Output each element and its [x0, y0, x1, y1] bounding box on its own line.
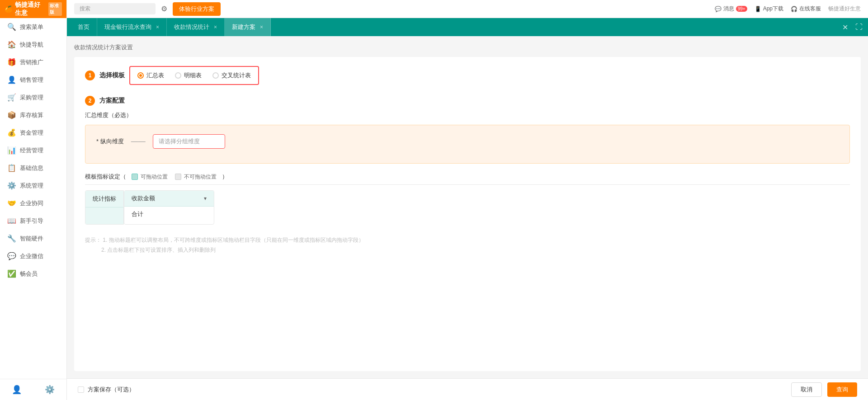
header-left: 搜索 ⚙ 体验行业方案	[67, 2, 221, 16]
metrics-title-text: 模板指标设定（	[85, 173, 126, 181]
sidebar-item-label: 企业微信	[20, 252, 43, 260]
radio-summary[interactable]: 汇总表	[137, 71, 164, 80]
logo-icon: 🍊	[5, 5, 12, 13]
sidebar-bottom-settings[interactable]: ⚙️	[41, 383, 58, 396]
legend-draggable-dot	[132, 174, 138, 180]
messages-item[interactable]: 💬 消息 99+	[715, 5, 747, 13]
username-label: 畅捷通好生意	[828, 5, 861, 13]
header-gear-icon[interactable]: ⚙	[159, 3, 169, 15]
tab-new-scheme-close[interactable]: ×	[260, 24, 263, 30]
radio-summary-label: 汇总表	[146, 71, 164, 80]
message-icon: 💬	[715, 6, 722, 12]
category-column-header: 统计指标	[85, 191, 123, 207]
query-button[interactable]: 查询	[827, 382, 857, 397]
metrics-grid-header[interactable]: 收款金额 ▾	[124, 191, 214, 207]
search-icon: 🔍	[7, 23, 16, 31]
step2-number: 2	[85, 96, 95, 106]
tabs-actions: ✕ ⛶	[840, 21, 864, 33]
tab-cash-bank-close[interactable]: ×	[156, 24, 159, 30]
sidebar-item-sales[interactable]: 👤 销售管理	[0, 71, 66, 89]
logo-badge: 标准版	[48, 2, 62, 16]
step2-section: 2 方案配置 汇总维度（必选） * 纵向维度 —— 请选择分组维度	[85, 96, 850, 255]
category-label: 统计指标	[93, 195, 116, 203]
messages-label: 消息	[723, 5, 734, 13]
tip-1: 提示： 1. 拖动标题栏可以调整布局，不可跨维度或指标区域拖动栏目字段（只能在同…	[85, 235, 850, 245]
vertical-dim-input[interactable]: 请选择分组维度	[153, 134, 225, 149]
trial-btn[interactable]: 体验行业方案	[173, 2, 221, 16]
scheme-config: 汇总维度（必选） * 纵向维度 —— 请选择分组维度 模板指标设定（	[85, 111, 850, 255]
sidebar-menu: 🔍 搜索菜单 🏠 快捷导航 🎁 营销推广 👤 销售管理 🛒 采购管理 📦 库存核…	[0, 18, 66, 379]
sidebar-item-label: 新手引导	[20, 217, 43, 225]
sidebar-item-operation[interactable]: 📊 经营管理	[0, 141, 66, 159]
step1-number: 1	[85, 71, 95, 80]
category-column: 统计指标	[85, 190, 124, 225]
gear-icon: ⚙️	[7, 181, 16, 190]
step2-header: 2 方案配置	[85, 96, 850, 106]
sidebar-item-label: 库存核算	[20, 111, 43, 119]
tab-home[interactable]: 首页	[71, 18, 97, 36]
radio-cross[interactable]: 交叉统计表	[212, 71, 251, 80]
list-icon: 📋	[7, 164, 16, 172]
tab-collection-stats[interactable]: 收款情况统计 ×	[167, 18, 225, 36]
tab-collection-stats-label: 收款情况统计	[174, 23, 209, 31]
sidebar-item-enterprise[interactable]: 🤝 企业协同	[0, 194, 66, 212]
metrics-col-header: 收款金额	[132, 194, 155, 202]
sidebar-item-label: 畅会员	[20, 270, 38, 278]
tab-new-scheme[interactable]: 新建方案 ×	[225, 18, 271, 36]
header-right: 💬 消息 99+ 📱 App下载 🎧 在线客服 畅捷通好生意	[715, 5, 861, 13]
cancel-button[interactable]: 取消	[791, 382, 822, 397]
sidebar-item-system[interactable]: ⚙️ 系统管理	[0, 177, 66, 194]
sidebar-bottom-user[interactable]: 👤	[8, 383, 25, 396]
sidebar-item-label: 快捷导航	[20, 41, 43, 49]
notification-badge: 99+	[736, 6, 747, 12]
sidebar-item-finance[interactable]: 💰 资金管理	[0, 124, 66, 141]
sidebar-item-purchase[interactable]: 🛒 采购管理	[0, 89, 66, 106]
tool-icon: 🔧	[7, 234, 16, 243]
sidebar-item-label: 采购管理	[20, 94, 43, 102]
tabs-minimize-icon[interactable]: ✕	[840, 21, 850, 33]
settings-bottom-icon: ⚙️	[45, 385, 55, 395]
header-search-box: 搜索	[74, 3, 156, 14]
radio-detail-circle	[175, 72, 181, 79]
sidebar-bottom: 👤 ⚙️	[0, 379, 66, 400]
app-download-label: App下载	[763, 5, 783, 13]
user-bottom-icon: 👤	[12, 385, 22, 395]
legend-fixed-dot	[175, 174, 181, 180]
sidebar-item-wechat[interactable]: 💬 企业微信	[0, 247, 66, 265]
sidebar-item-smart-hw[interactable]: 🔧 智能硬件	[0, 230, 66, 247]
cart-icon: 🛒	[7, 93, 16, 102]
sidebar-item-label: 经营管理	[20, 146, 43, 155]
radio-detail[interactable]: 明细表	[175, 71, 202, 80]
chat-icon: 💬	[7, 252, 16, 260]
tab-collection-stats-close[interactable]: ×	[214, 24, 217, 30]
dimension-grid: * 纵向维度 —— 请选择分组维度	[85, 125, 850, 164]
sidebar-item-basic-info[interactable]: 📋 基础信息	[0, 159, 66, 177]
dimension-arrow: ——	[131, 137, 146, 146]
online-support-item[interactable]: 🎧 在线客服	[791, 5, 821, 13]
sidebar-logo: 🍊 畅捷通好生意 标准版	[0, 0, 66, 18]
metrics-title-close: ）	[222, 173, 228, 181]
sidebar-item-marketing[interactable]: 🎁 营销推广	[0, 53, 66, 71]
metrics-table-container: 统计指标 收款金额 ▾ 合计	[85, 190, 850, 225]
metrics-dropdown-icon[interactable]: ▾	[204, 195, 207, 202]
gift-icon: 🎁	[7, 58, 16, 66]
sidebar-item-inventory[interactable]: 📦 库存核算	[0, 106, 66, 124]
save-checkbox[interactable]	[78, 386, 84, 393]
handshake-icon: 🤝	[7, 199, 16, 207]
sidebar-item-label: 资金管理	[20, 129, 43, 137]
home-icon: 🏠	[7, 40, 16, 49]
tabs-maximize-icon[interactable]: ⛶	[854, 21, 864, 33]
tab-new-scheme-label: 新建方案	[232, 23, 255, 31]
tab-cash-bank[interactable]: 现金银行流水查询 ×	[97, 18, 167, 36]
page-title: 收款情况统计方案设置	[74, 43, 861, 52]
radio-detail-label: 明细表	[184, 71, 202, 80]
tip-2: 2. 点击标题栏下拉可设置排序、插入列和删除列	[85, 245, 850, 255]
sidebar-item-quick-nav[interactable]: 🏠 快捷导航	[0, 36, 66, 53]
header-search-placeholder: 搜索	[80, 5, 90, 12]
app-download-item[interactable]: 📱 App下载	[755, 5, 783, 13]
sidebar-item-member[interactable]: ✅ 畅会员	[0, 265, 66, 282]
step2-title: 方案配置	[99, 97, 125, 105]
sidebar-item-guide[interactable]: 📖 新手引导	[0, 212, 66, 230]
sidebar-item-search[interactable]: 🔍 搜索菜单	[0, 18, 66, 36]
metrics-section: 模板指标设定（ 可拖动位置 不可拖动位置	[85, 173, 850, 225]
